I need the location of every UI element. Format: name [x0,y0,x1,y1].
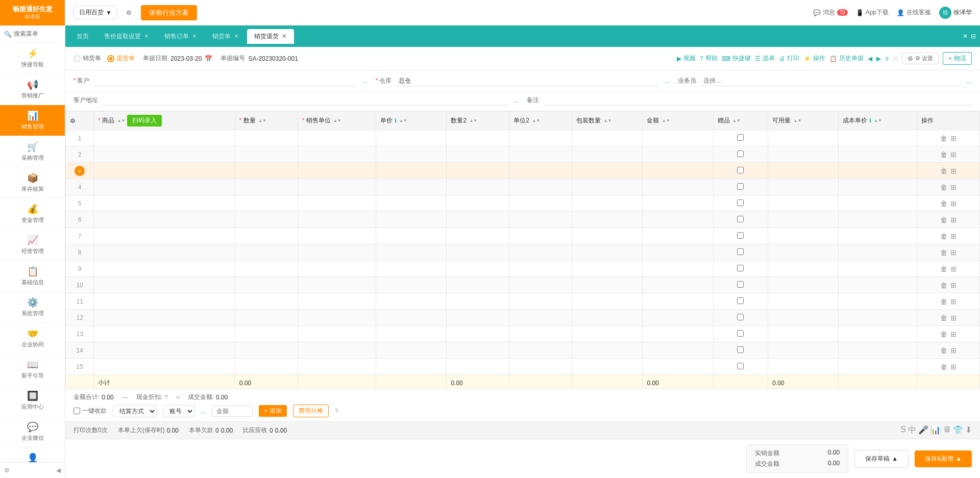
row-unitprice-1[interactable] [376,130,447,146]
sidebar-item-marketing[interactable]: 📢 营销推广 [0,74,65,105]
row-product-10[interactable] [94,277,235,293]
help-action[interactable]: ? 帮助 [700,54,718,63]
row-costprice-15[interactable] [839,359,917,375]
row-qty-14[interactable] [235,342,298,359]
copy-row-icon-1[interactable]: ⊞ [950,134,957,142]
row-qty-1[interactable] [235,130,298,146]
sidebar-item-operation[interactable]: 📈 经营管理 [0,230,65,261]
search-menu-item[interactable]: 🔍 搜索菜单 [0,26,65,43]
delete-row-icon-7[interactable]: 🗑 [940,232,947,240]
save-new-button[interactable]: 保存&新增 ▲ [915,450,972,467]
row-available-1[interactable] [768,130,839,146]
settlement-method-select[interactable]: 结算方式 [113,405,157,417]
settings-bottom-icon[interactable]: ⚙ [4,467,10,474]
row-amount-13[interactable] [643,326,713,342]
available-sort-icon[interactable]: ▲▼ [794,119,802,123]
row-unitprice-15[interactable] [376,359,447,375]
toolbar-icon-5[interactable]: 🖥 [943,425,951,436]
operation-action[interactable]: ⚡ 操作 [803,54,825,63]
messages-button[interactable]: 💬 消息 70 [813,8,848,17]
row-packqty-13[interactable] [572,326,643,342]
calendar-icon[interactable]: 📅 [205,55,212,62]
table-scroll[interactable]: ⚙ * 商品 ▲▼ 扫码录入 * 数量 ▲▼ [65,111,980,388]
row-unit2-5[interactable] [509,195,572,212]
grid-view-icon[interactable]: ⊞ [893,55,898,62]
row-gift-5[interactable] [713,195,768,212]
save-draft-button[interactable]: 保存草稿 ▲ [854,450,909,468]
row-saleunit-13[interactable] [298,326,376,342]
delete-row-icon-15[interactable]: 🗑 [940,363,947,371]
sidebar-item-member[interactable]: 👤 畅会员 [0,447,65,462]
row-unitprice-3[interactable] [376,163,447,179]
copy-row-icon-8[interactable]: ⊞ [950,248,957,257]
row-product-13[interactable] [94,326,235,342]
row-qty-2[interactable] [235,146,298,163]
row-packqty-12[interactable] [572,310,643,326]
row-packqty-15[interactable] [572,359,643,375]
account-dots[interactable]: ... [201,408,206,415]
row-qty-8[interactable] [235,244,298,261]
row-packqty-4[interactable] [572,179,643,195]
copy-row-icon-2[interactable]: ⊞ [950,150,957,159]
row-available-10[interactable] [768,277,839,293]
row-amount-5[interactable] [643,195,713,212]
delete-row-icon-3[interactable]: 🗑 [940,167,947,175]
row-packqty-8[interactable] [572,244,643,261]
row-qty-6[interactable] [235,212,298,228]
row-costprice-10[interactable] [839,277,917,293]
copy-row-icon-9[interactable]: ⊞ [950,265,957,273]
row-gift-12[interactable] [713,310,768,326]
row-unit2-15[interactable] [509,359,572,375]
row-packqty-1[interactable] [572,130,643,146]
row-qty2-12[interactable] [447,310,509,326]
row-unitprice-4[interactable] [376,179,447,195]
shortcut-key-action[interactable]: ⌨ 快捷键 [722,54,751,63]
logistics-button[interactable]: + 物流 [943,52,972,65]
row-qty2-2[interactable] [447,146,509,163]
row-qty2-5[interactable] [447,195,509,212]
sidebar-item-sales[interactable]: 📊 销售管理 [0,105,65,136]
toolbar-icon-1[interactable]: S [900,425,906,436]
row-amount-2[interactable] [643,146,713,163]
print-action[interactable]: 🖨 打印 [779,54,799,63]
row-gift-6[interactable] [713,212,768,228]
row-unit2-10[interactable] [509,277,572,293]
sidebar-item-basic[interactable]: 📋 基础信息 [0,261,65,292]
row-qty-11[interactable] [235,293,298,310]
toolbar-icon-7[interactable]: ⬇ [965,425,972,436]
warehouse-dots[interactable]: ... [665,78,670,85]
row-available-11[interactable] [768,293,839,310]
delete-row-icon-10[interactable]: 🗑 [940,281,947,289]
copy-row-icon-10[interactable]: ⊞ [950,281,957,289]
row-packqty-14[interactable] [572,342,643,359]
customer-input[interactable] [93,76,356,86]
toolbar-icon-3[interactable]: 🎤 [918,425,928,436]
copy-row-icon-4[interactable]: ⊞ [950,183,957,191]
row-packqty-7[interactable] [572,228,643,244]
row-unit2-9[interactable] [509,261,572,277]
packqty-sort-icon[interactable]: ▲▼ [604,119,612,123]
row-amount-6[interactable] [643,212,713,228]
row-product-2[interactable] [94,146,235,163]
online-service-button[interactable]: 👤 在线客服 [897,8,931,17]
row-qty2-9[interactable] [447,261,509,277]
row-qty-15[interactable] [235,359,298,375]
row-available-8[interactable] [768,244,839,261]
row-saleunit-5[interactable] [298,195,376,212]
row-costprice-9[interactable] [839,261,917,277]
row-qty2-14[interactable] [447,342,509,359]
add-row-button[interactable]: + [75,166,85,176]
sidebar-item-system[interactable]: ⚙️ 系统管理 [0,292,65,323]
row-unitprice-12[interactable] [376,310,447,326]
copy-row-icon-6[interactable]: ⊞ [950,216,957,224]
remark-input[interactable] [543,95,972,106]
row-gift-15[interactable] [713,359,768,375]
row-gift-4[interactable] [713,179,768,195]
account-select[interactable]: 账号 [163,405,194,417]
row-packqty-6[interactable] [572,212,643,228]
delete-row-icon-4[interactable]: 🗑 [940,183,947,191]
row-available-5[interactable] [768,195,839,212]
row-unit2-7[interactable] [509,228,572,244]
row-costprice-13[interactable] [839,326,917,342]
row-product-8[interactable] [94,244,235,261]
